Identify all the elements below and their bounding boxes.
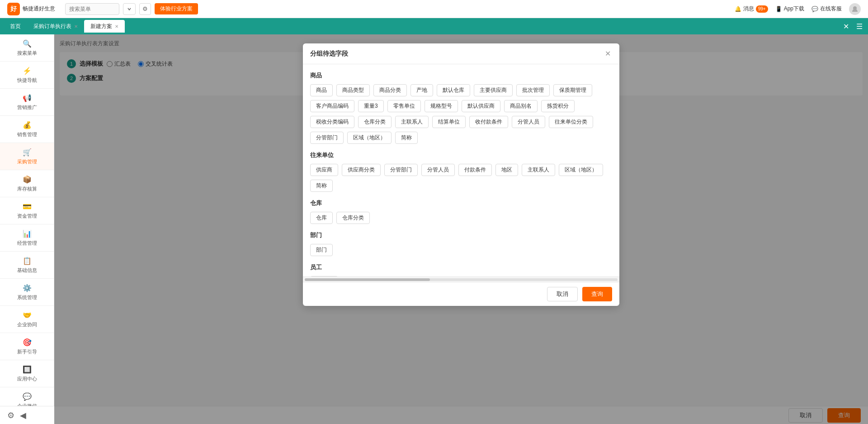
- field-tag-goods-type[interactable]: 商品类型: [336, 84, 370, 96]
- bottom-settings-icon[interactable]: ⚙: [7, 410, 14, 420]
- sidebar-label-finance: 资金管理: [17, 213, 37, 219]
- tab-close-all[interactable]: ✕: [841, 22, 851, 31]
- field-tag-manage-dept[interactable]: 分管部门: [384, 164, 418, 176]
- logo-area: 好 畅捷通好生意: [7, 3, 61, 15]
- field-tag-warehouse[interactable]: 仓库: [310, 212, 333, 224]
- field-tag-contact[interactable]: 主联系人: [522, 164, 555, 176]
- field-tag-short-name-goods[interactable]: 简称: [395, 132, 418, 144]
- sidebar-item-collab[interactable]: 🤝 企业协同: [0, 306, 54, 333]
- field-tag-main-contact[interactable]: 主联系人: [395, 116, 429, 128]
- sidebar-item-quick[interactable]: ⚡ 快捷导航: [0, 62, 54, 89]
- app-download-item[interactable]: 📱 App下载: [775, 5, 804, 13]
- field-tag-spec-model[interactable]: 规格型号: [425, 100, 458, 112]
- field-tag-goods-category[interactable]: 商品分类: [373, 84, 407, 96]
- guide-icon: 🎯: [23, 338, 32, 347]
- tab-purchase-list[interactable]: 采购订单执行表 ✕: [27, 20, 84, 33]
- field-tag-supplier-category[interactable]: 供应商分类: [342, 164, 381, 176]
- sidebar-item-inventory[interactable]: 📦 库存核算: [0, 170, 54, 197]
- modal-close-btn[interactable]: ✕: [603, 49, 612, 58]
- field-tag-dept[interactable]: 部门: [310, 244, 333, 256]
- field-tag-warehouse-category[interactable]: 仓库分类: [358, 116, 392, 128]
- field-tag-pick-points[interactable]: 拣货积分: [541, 100, 575, 112]
- logo-icon: 好: [7, 3, 20, 15]
- section-goods: 商品 商品 商品类型 商品分类 产地 默认仓库 主要供应商 批次管理 保质期管理…: [310, 71, 612, 144]
- field-tag-shelf-life[interactable]: 保质期管理: [553, 84, 592, 96]
- field-tag-supplier[interactable]: 供应商: [310, 164, 338, 176]
- field-tag-retail-unit[interactable]: 零售单位: [387, 100, 421, 112]
- tab-home[interactable]: 首页: [4, 20, 27, 33]
- tab-bar-right: ✕ ☰: [841, 22, 864, 31]
- tab-new-plan[interactable]: 新建方案 ✕: [84, 20, 125, 33]
- field-tag-goods-alias[interactable]: 商品别名: [504, 100, 538, 112]
- sidebar-label-collab: 企业协同: [17, 321, 37, 328]
- sidebar-item-basic[interactable]: 📋 基础信息: [0, 252, 54, 279]
- field-tag-region-cp[interactable]: 区域（地区）: [559, 164, 603, 176]
- field-tag-origin[interactable]: 产地: [410, 84, 433, 96]
- field-tag-customer-goods-code[interactable]: 客户商品编码: [310, 100, 354, 112]
- sidebar-item-purchase[interactable]: 🛒 采购管理: [0, 143, 54, 170]
- field-tag-dept-manage[interactable]: 分管部门: [310, 132, 344, 144]
- sidebar-item-sales[interactable]: 💰 销售管理: [0, 116, 54, 143]
- settings-btn[interactable]: ⚙: [139, 3, 151, 15]
- field-tag-manage-staff[interactable]: 分管人员: [421, 164, 455, 176]
- sidebar-item-system[interactable]: ⚙️ 系统管理: [0, 279, 54, 306]
- sidebar-item-guide[interactable]: 🎯 新手引导: [0, 333, 54, 360]
- field-tag-payment-terms[interactable]: 收付款条件: [469, 116, 508, 128]
- search-input[interactable]: [65, 3, 119, 15]
- section-counterpart-tags: 供应商 供应商分类 分管部门 分管人员 付款条件 地区 主联系人 区域（地区） …: [310, 164, 612, 192]
- modal-body[interactable]: 商品 商品 商品类型 商品分类 产地 默认仓库 主要供应商 批次管理 保质期管理…: [303, 64, 619, 276]
- marketing-icon: 📢: [23, 93, 32, 102]
- sales-icon: 💰: [23, 120, 32, 129]
- hscroll-thumb: [305, 278, 430, 281]
- sidebar-label-guide: 新手引导: [17, 348, 37, 355]
- system-icon: ⚙️: [23, 283, 32, 292]
- field-tag-area[interactable]: 地区: [495, 164, 518, 176]
- sidebar-item-marketing[interactable]: 📢 营销推广: [0, 89, 54, 116]
- field-tag-default-supplier[interactable]: 默认供应商: [462, 100, 500, 112]
- section-staff: 员工 业务员: [310, 263, 612, 276]
- section-dept-tags: 部门: [310, 244, 612, 256]
- sidebar-label-inventory: 库存核算: [17, 186, 37, 192]
- sidebar: 🔍 搜索菜单 ⚡ 快捷导航 📢 营销推广 💰 销售管理 🛒 采购管理 📦 库存核…: [0, 34, 54, 424]
- service-label: 在线客服: [820, 5, 842, 13]
- tab-new-plan-close[interactable]: ✕: [115, 24, 118, 29]
- search-icon: 🔍: [23, 39, 32, 48]
- field-tag-goods[interactable]: 商品: [310, 84, 333, 96]
- section-goods-title: 商品: [310, 71, 612, 80]
- sidebar-item-search[interactable]: 🔍 搜索菜单: [0, 34, 54, 62]
- modal-footer: 取消 查询: [303, 282, 619, 306]
- field-tag-settlement-unit[interactable]: 结算单位: [432, 116, 466, 128]
- sidebar-item-app[interactable]: 🔲 应用中心: [0, 360, 54, 387]
- sidebar-item-finance[interactable]: 💳 资金管理: [0, 197, 54, 224]
- section-counterpart-title: 往来单位: [310, 151, 612, 159]
- field-tag-warehouse-cat[interactable]: 仓库分类: [336, 212, 370, 224]
- section-counterpart: 往来单位 供应商 供应商分类 分管部门 分管人员 付款条件 地区 主联系人 区域…: [310, 151, 612, 192]
- notification-item[interactable]: 🔔 消息 99+: [735, 5, 768, 13]
- field-tag-weight3[interactable]: 重量3: [358, 100, 384, 112]
- field-tag-main-supplier[interactable]: 主要供应商: [474, 84, 513, 96]
- field-tag-counterpart-category[interactable]: 往来单位分类: [549, 116, 593, 128]
- section-goods-tags: 商品 商品类型 商品分类 产地 默认仓库 主要供应商 批次管理 保质期管理 客户…: [310, 84, 612, 144]
- avatar[interactable]: [849, 3, 861, 15]
- service-item[interactable]: 💬 在线客服: [811, 5, 842, 13]
- confirm-button[interactable]: 查询: [582, 287, 612, 301]
- sidebar-label-basic: 基础信息: [17, 267, 37, 274]
- tab-menu[interactable]: ☰: [854, 22, 864, 31]
- field-tag-batch-mgmt[interactable]: 批次管理: [516, 84, 550, 96]
- field-tag-payment-cond[interactable]: 付款条件: [458, 164, 492, 176]
- tab-purchase-close[interactable]: ✕: [74, 24, 78, 29]
- field-tag-default-warehouse[interactable]: 默认仓库: [437, 84, 470, 96]
- app-icon: 📱: [775, 6, 782, 12]
- bottom-audio-icon[interactable]: ◀: [20, 410, 26, 420]
- sidebar-item-ops[interactable]: 📊 经营管理: [0, 224, 54, 252]
- modal-hscroll[interactable]: [303, 276, 619, 282]
- field-tag-tax-code[interactable]: 税收分类编码: [310, 116, 354, 128]
- nav-dropdown[interactable]: [123, 3, 136, 15]
- field-tag-region-goods[interactable]: 区域（地区）: [347, 132, 392, 144]
- experience-btn[interactable]: 体验行业方案: [155, 3, 198, 14]
- nav-input-area: ⚙ 体验行业方案: [65, 3, 198, 15]
- finance-icon: 💳: [23, 202, 32, 211]
- field-tag-supervisor[interactable]: 分管人员: [512, 116, 545, 128]
- cancel-button[interactable]: 取消: [547, 287, 578, 301]
- field-tag-short-name-cp[interactable]: 简称: [310, 180, 333, 192]
